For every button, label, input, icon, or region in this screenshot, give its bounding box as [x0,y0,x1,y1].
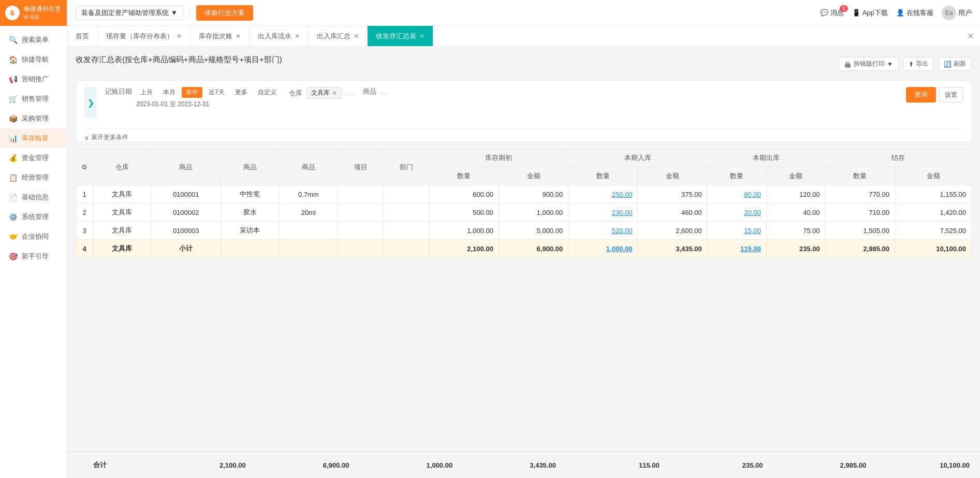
tab-bar-close[interactable]: ✕ [961,31,980,41]
sidebar-item-base-info[interactable]: 📄 基础信息 [0,187,67,207]
date-btn-this-year[interactable]: 本年 [182,87,202,98]
goods-dots[interactable]: ... [381,88,389,96]
page-header-actions: 🖨️ 拆镜版打印 ▼ ⬆ 导出 🔄 刷新 [838,57,972,71]
subtotal-col7 [384,240,429,258]
tab-batch-ledger-close[interactable]: ✕ [236,33,241,40]
total-balance-qty: 2,985.00 [768,456,871,474]
col-project-header: 项目 [338,149,384,185]
sidebar-item-guide[interactable]: 🎯 新手引导 [0,247,67,266]
total-in-amt: 3,435.00 [458,456,561,474]
operations-icon: 📋 [8,173,18,182]
row2-in-amt: 460.00 [638,204,707,222]
row3-in-qty[interactable]: 520.00 [568,222,638,240]
app-title: 畅捷通好生意 [24,5,61,13]
tab-inventory-dist[interactable]: 现存量（库存分布表） ✕ [98,26,191,47]
print-icon: 🖨️ [844,61,852,68]
filter-settings-button[interactable]: 设置 [939,87,963,103]
col-in-header: 本期入库 [568,149,708,167]
row2-out-qty[interactable]: 20.00 [707,204,766,222]
date-filter-group: 记账日期 上月 本月 本年 近7天 更多 自定义 2023-01-01 至 20… [105,87,281,109]
subtotal-balance-amt: 10,100.00 [895,240,972,258]
sidebar-item-finance-label: 资金管理 [22,153,49,163]
online-service-item[interactable]: 👤 在线客服 [896,8,933,18]
subtotal-col6 [338,240,384,258]
sidebar-item-system[interactable]: ⚙️ 系统管理 [0,207,67,227]
warehouse-tag-close[interactable]: ✕ [332,90,337,97]
sidebar-item-marketing[interactable]: 📢 营销推广 [0,69,67,89]
date-btn-last-month[interactable]: 上月 [136,87,157,98]
tab-inout-flow-close[interactable]: ✕ [295,33,300,40]
warehouse-label: 仓库 [289,89,302,98]
row1-balance-qty: 770.00 [825,185,895,204]
sidebar-item-inventory[interactable]: 📊 库存核算 [0,128,67,148]
notification-item[interactable]: 💬 消息 6 [820,8,844,18]
goods-filter-group: 商品 ... [363,87,389,96]
warehouse-dots[interactable]: ... [346,89,355,97]
tab-batch-ledger-label: 库存批次账 [199,32,232,41]
row1-dept [384,185,429,204]
expand-more-row[interactable]: ∨ 展开更多条件 [84,128,963,142]
total-in-qty: 1,000.00 [354,456,458,474]
subtotal-out-qty[interactable]: 115.00 [707,240,766,258]
subtotal-row: 4 文具库 小计 2,100.00 6,900.00 1,000.00 3,43… [76,240,972,258]
user-item[interactable]: Ea 用户 [942,6,972,20]
date-btn-custom[interactable]: 自定义 [254,87,281,98]
filter-expand-btn[interactable]: ❯ [84,87,97,118]
sidebar-item-guide-label: 新手引导 [22,252,49,261]
app-logo: 6 [5,6,20,20]
row1-goods-spec: 0.7mm [279,185,338,204]
col-warehouse-header: 仓库 [93,149,152,185]
search-icon: 🔍 [8,35,18,45]
sidebar-item-collab[interactable]: 🤝 企业协同 [0,227,67,247]
tab-home[interactable]: 首页 [67,26,98,47]
date-btn-7days[interactable]: 近7天 [204,87,229,98]
app-download-label: App下载 [862,8,888,18]
sidebar-item-finance[interactable]: 💰 资金管理 [0,148,67,168]
total-out-qty: 115.00 [561,456,665,474]
warehouse-value: 文具库 [311,89,330,97]
row3-goods-code: 0100003 [151,222,221,240]
col-settings-header[interactable]: ⚙ [76,149,93,185]
table-row: 2 文具库 0100002 胶水 20ml 500.00 1,000.00 23… [76,204,972,222]
tab-inout-summary[interactable]: 出入库汇总 ✕ [309,26,368,47]
service-icon: 👤 [896,9,904,17]
tab-bar: 首页 现存量（库存分布表） ✕ 库存批次账 ✕ 出入库流水 ✕ 出入库汇总 ✕ … [67,26,980,47]
finance-icon: 💰 [8,153,18,163]
main-area: 装备及固定资产辅助管理系统 ▼ 体验行业方案 💬 消息 6 📱 App下载 👤 … [67,0,980,478]
tab-receive-summary[interactable]: 收发存汇总表 ✕ [368,26,433,47]
col-goods-spec-header: 商品 [279,149,338,185]
total-label: 合计 [93,461,107,469]
row3-dept [384,222,429,240]
subtotal-in-qty[interactable]: 1,000.00 [568,240,638,258]
tab-batch-ledger[interactable]: 库存批次账 ✕ [191,26,250,47]
warehouse-tag: 文具库 ✕ [306,87,342,99]
tab-inout-flow[interactable]: 出入库流水 ✕ [250,26,309,47]
tab-inout-summary-close[interactable]: ✕ [354,33,359,40]
sidebar-item-purchase-label: 采购管理 [22,114,49,123]
sidebar-item-sales-label: 销售管理 [22,94,49,104]
sidebar: 6 畅捷通好生意 标准版 🔍 搜索菜单 🏠 快捷导航 📢 营销推广 🛒 销售管理… [0,0,67,478]
print-button[interactable]: 🖨️ 拆镜版打印 ▼ [838,57,899,71]
row2-balance-amt: 1,420.00 [895,204,972,222]
system-selector[interactable]: 装备及固定资产辅助管理系统 ▼ [76,6,183,20]
date-btn-this-month[interactable]: 本月 [159,87,180,98]
app-download-item[interactable]: 📱 App下载 [852,8,888,18]
row3-out-qty[interactable]: 15.00 [707,222,766,240]
row1-out-qty[interactable]: 80.00 [707,185,766,204]
sidebar-item-operations-label: 经营管理 [22,173,49,182]
sidebar-item-purchase[interactable]: 📦 采购管理 [0,109,67,128]
date-btn-more[interactable]: 更多 [231,87,252,98]
tab-receive-summary-close[interactable]: ✕ [419,33,425,40]
query-button[interactable]: 查询 [906,87,936,103]
export-button[interactable]: ⬆ 导出 [903,57,934,71]
try-button[interactable]: 体验行业方案 [196,5,253,21]
sidebar-item-search[interactable]: 🔍 搜索菜单 [0,30,67,50]
sidebar-item-sales[interactable]: 🛒 销售管理 [0,89,67,109]
row1-in-qty[interactable]: 250.00 [568,185,638,204]
user-label: 用户 [958,8,972,18]
sidebar-item-operations[interactable]: 📋 经营管理 [0,168,67,187]
tab-inventory-dist-close[interactable]: ✕ [177,33,182,40]
sidebar-item-quick-nav[interactable]: 🏠 快捷导航 [0,50,67,69]
refresh-button[interactable]: 🔄 刷新 [938,57,972,71]
row2-in-qty[interactable]: 230.00 [568,204,638,222]
